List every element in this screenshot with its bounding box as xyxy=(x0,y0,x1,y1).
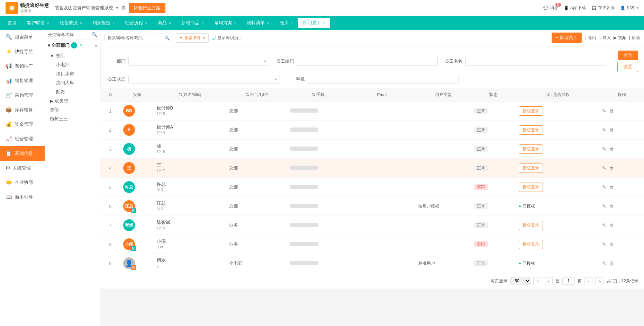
tab-barcode[interactable]: 条码方案 × xyxy=(209,18,241,28)
user-btn[interactable]: 👤 用友 ▾ xyxy=(620,5,638,11)
sidebar-item-guide[interactable]: 📖 新手引导 xyxy=(0,190,45,204)
search-input[interactable] xyxy=(108,35,163,40)
close-icon[interactable]: × xyxy=(112,21,115,25)
query-button[interactable]: 查询 xyxy=(618,51,638,60)
auth-login-button[interactable]: 授权登录 xyxy=(519,164,543,173)
edit-button[interactable]: ✎ xyxy=(602,108,606,114)
dept-group-shuangpi[interactable]: ▶ 双皮想 xyxy=(48,96,100,105)
tab-add-product[interactable]: 新增商品 × xyxy=(176,18,208,28)
auth-login-button[interactable]: 授权登录 xyxy=(519,106,543,116)
message-btn[interactable]: 💬 消息 6 xyxy=(543,5,558,11)
auth-login-button[interactable]: 授权登录 xyxy=(519,125,543,135)
col-phone[interactable]: ⇅ 手机 xyxy=(288,88,349,102)
emp-status-select[interactable]: ▾ xyxy=(128,75,280,84)
delete-button[interactable]: 🗑 xyxy=(609,127,614,133)
dept-group-zongbu2[interactable]: 总部 xyxy=(48,105,100,114)
edit-button[interactable]: ✎ xyxy=(602,261,606,266)
sidebar-item-basic[interactable]: 📋 基础信息 xyxy=(0,146,45,161)
more-filter-btn[interactable]: ▼ 更多条件 ∧ xyxy=(176,33,209,43)
all-dept-header[interactable]: ■ 全部部门 ✓ ✎ « xyxy=(45,39,100,51)
reset-button[interactable]: 设置 xyxy=(617,62,638,72)
dept-child-xiaodian[interactable]: 小电部 xyxy=(53,60,100,69)
show-resigned-toggle[interactable]: ☑ 显示离职员工 xyxy=(211,35,242,41)
sidebar-item-inventory[interactable]: 📦 库存核算 xyxy=(0,103,45,117)
auth-login-button[interactable]: 授权登录 xyxy=(519,240,543,249)
search-icon[interactable]: 🔍 xyxy=(164,35,170,41)
dept-select[interactable]: ▾ xyxy=(128,57,269,66)
close-icon[interactable]: × xyxy=(201,21,203,25)
sidebar-item-finance[interactable]: 💰 资金管理 xyxy=(0,117,45,132)
tab-product[interactable]: 商品 × xyxy=(153,18,176,28)
first-page-btn[interactable]: « xyxy=(533,277,542,285)
help-btn[interactable]: | 帮助 xyxy=(629,35,640,41)
col-settings[interactable]: ⚙ xyxy=(100,88,120,102)
dept-child-xmku[interactable]: 项目库房 xyxy=(53,69,100,78)
video-btn[interactable]: ▶ 视频 xyxy=(614,35,626,41)
sidebar-item-management[interactable]: 📈 经营管理 xyxy=(0,132,45,146)
auth-login-button[interactable]: 授权登录 xyxy=(519,144,543,154)
app-download-btn[interactable]: 📱 App下载 xyxy=(564,5,586,11)
close-icon[interactable]: × xyxy=(145,21,147,25)
tab-profit[interactable]: 利润报告 × xyxy=(88,18,119,28)
page-number-input[interactable] xyxy=(562,277,575,285)
sidebar-item-sales[interactable]: 📊 销售管理 xyxy=(0,73,45,88)
phone-input[interactable] xyxy=(308,75,459,84)
delete-button[interactable]: 🗑 xyxy=(609,108,614,114)
auth-login-button[interactable]: 授权登录 xyxy=(519,221,543,230)
close-icon[interactable]: × xyxy=(267,21,269,25)
col-dept-pos[interactable]: ⇅ 部门/职位 xyxy=(226,88,288,102)
close-icon[interactable]: × xyxy=(169,21,171,25)
tab-history[interactable]: 经营历程 × xyxy=(120,18,152,28)
tab-customer[interactable]: 客户联络 × xyxy=(22,18,54,28)
col-name-code[interactable]: ⇅ 姓名/编码 xyxy=(154,88,226,102)
dept-group-zongbu[interactable]: ▼ 总部 xyxy=(48,51,100,60)
tab-department[interactable]: 部门员工 × xyxy=(298,18,330,28)
emp-code-input[interactable] xyxy=(297,57,438,66)
sidebar-item-search[interactable]: 🔍 搜索菜单 xyxy=(0,30,45,44)
sidebar-item-marketing[interactable]: 📢 营销推广 xyxy=(0,59,45,73)
close-icon[interactable]: × xyxy=(234,21,236,25)
sidebar-item-system[interactable]: ⚙ 系统管理 xyxy=(0,161,45,175)
import-btn[interactable]: ↓ 导入 xyxy=(599,35,611,41)
tab-home[interactable]: 首页 xyxy=(3,18,21,28)
dept-search-input[interactable] xyxy=(48,32,92,37)
dept-child-peihuo[interactable]: 配货 xyxy=(53,87,100,96)
collapse-dept-icon[interactable]: « xyxy=(95,43,97,48)
tab-operation[interactable]: 经营情况 × xyxy=(55,18,87,28)
delete-button[interactable]: 🗑 xyxy=(609,203,614,209)
dept-child-shenyang[interactable]: 沈阳大库 xyxy=(53,78,100,87)
auth-login-button[interactable]: 授权登录 xyxy=(519,183,543,192)
dept-group-zhishu[interactable]: 植树王三 xyxy=(48,114,100,123)
delete-button[interactable]: 🗑 xyxy=(609,222,614,228)
page-size-select[interactable]: 50 20 100 xyxy=(510,277,530,285)
last-page-btn[interactable]: » xyxy=(595,277,604,285)
dept-search-icon[interactable]: 🔍 xyxy=(92,32,97,37)
close-icon[interactable]: × xyxy=(47,21,49,25)
sidebar-item-shortcut[interactable]: ⚡ 快捷导航 xyxy=(0,44,45,59)
delete-button[interactable]: 🗑 xyxy=(609,261,614,266)
edit-button[interactable]: ✎ xyxy=(602,146,606,152)
delete-button[interactable]: 🗑 xyxy=(609,241,614,247)
chevron-icon[interactable]: ▾ xyxy=(116,5,118,10)
tab-warehouse[interactable]: 仓库 × xyxy=(275,18,298,28)
settings-icon[interactable]: ⚙ xyxy=(121,5,126,11)
delete-button[interactable]: 🗑 xyxy=(609,165,614,171)
sidebar-item-purchase[interactable]: 🛒 采购管理 xyxy=(0,88,45,103)
edit-dept-icon[interactable]: ✎ xyxy=(79,43,83,48)
close-icon[interactable]: × xyxy=(323,21,325,25)
delete-button[interactable]: 🗑 xyxy=(609,184,614,190)
edit-button[interactable]: ✎ xyxy=(602,241,606,247)
online-service-btn[interactable]: 🎧 在线客服 xyxy=(591,5,615,11)
sidebar-item-collab[interactable]: 🤝 企业协同 xyxy=(0,175,45,190)
edit-button[interactable]: ✎ xyxy=(602,165,606,171)
close-icon[interactable]: × xyxy=(80,21,82,25)
edit-button[interactable]: ✎ xyxy=(602,203,606,209)
emp-name-input[interactable] xyxy=(465,57,606,66)
close-icon[interactable]: × xyxy=(291,21,293,25)
prev-page-btn[interactable]: ‹ xyxy=(545,277,553,285)
delete-button[interactable]: 🗑 xyxy=(609,146,614,152)
edit-button[interactable]: ✎ xyxy=(602,127,606,133)
trial-button[interactable]: 体验行业方案 xyxy=(129,3,165,13)
add-employee-button[interactable]: + 新增员工 xyxy=(552,33,582,43)
edit-button[interactable]: ✎ xyxy=(602,222,606,228)
